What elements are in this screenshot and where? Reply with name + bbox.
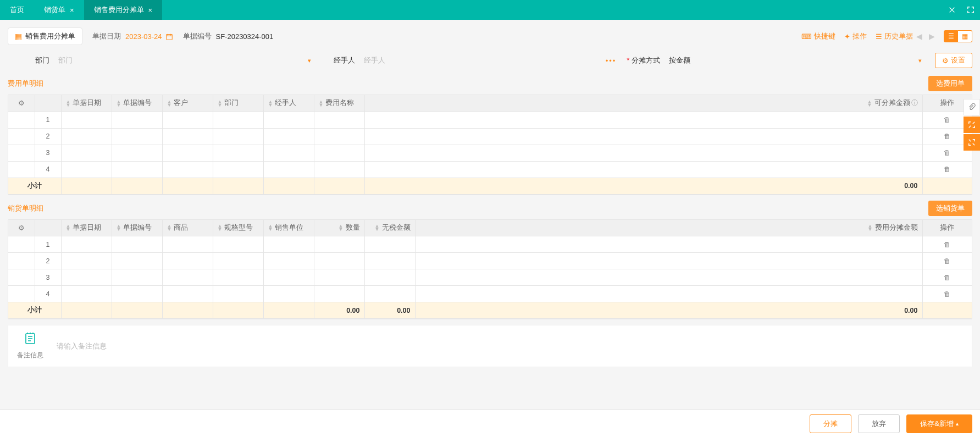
nav-prev-button[interactable]: ◀ bbox=[913, 32, 926, 41]
chevron-down-icon: ▾ bbox=[308, 57, 311, 64]
department-select[interactable]: 部门 ▾ bbox=[56, 53, 313, 68]
sales-table: ⚙ ▲▼单据日期 ▲▼单据编号 ▲▼商品 ▲▼规格型号 ▲▼销售单位 ▲▼数量 … bbox=[8, 219, 972, 320]
close-icon[interactable]: × bbox=[70, 6, 74, 14]
table-row[interactable]: 1🗑 bbox=[8, 236, 972, 253]
table-row[interactable]: 4🗑 bbox=[8, 161, 972, 178]
more-icon: ••• bbox=[606, 56, 617, 64]
remarks-label: 备注信息 bbox=[17, 351, 43, 360]
trash-icon[interactable]: 🗑 bbox=[944, 116, 951, 124]
chevron-down-icon: ▾ bbox=[918, 57, 922, 64]
expand-icon bbox=[968, 139, 976, 146]
col-header[interactable]: ▲▼单据日期 bbox=[61, 220, 112, 236]
col-header[interactable]: ▲▼单据编号 bbox=[112, 95, 162, 112]
tab-expense-allocation[interactable]: 销售费用分摊单× bbox=[84, 0, 163, 20]
remarks-box: 备注信息 bbox=[8, 325, 972, 367]
table-row[interactable]: 3🗑 bbox=[8, 145, 972, 161]
table-row[interactable]: 2🗑 bbox=[8, 253, 972, 269]
table-row[interactable]: 3🗑 bbox=[8, 269, 972, 286]
trash-icon[interactable]: 🗑 bbox=[944, 149, 951, 157]
expand-icon bbox=[968, 121, 976, 129]
keyboard-icon: ⌨ bbox=[801, 32, 812, 41]
col-header[interactable]: ▲▼经手人 bbox=[263, 95, 314, 112]
nav-next-button[interactable]: ▶ bbox=[926, 32, 938, 41]
history-icon: ☰ bbox=[876, 32, 882, 41]
trash-icon[interactable]: 🗑 bbox=[944, 274, 951, 281]
gear-icon[interactable]: ⚙ bbox=[18, 99, 25, 107]
fullscreen-icon bbox=[967, 6, 975, 14]
col-header[interactable]: ▲▼客户 bbox=[162, 95, 213, 112]
col-header[interactable]: ▲▼费用分摊金额 bbox=[415, 220, 922, 236]
view-list-button[interactable]: ☰ bbox=[944, 30, 958, 42]
subtotal-label: 小计 bbox=[8, 178, 61, 194]
handler-field: 经手人 经手人 ••• bbox=[313, 53, 619, 68]
view-toggle: ☰ ▦ bbox=[944, 30, 972, 42]
svg-rect-0 bbox=[166, 34, 172, 40]
trash-icon[interactable]: 🗑 bbox=[944, 290, 951, 298]
docno-label: 单据编号 bbox=[183, 31, 212, 41]
calendar-icon[interactable] bbox=[165, 32, 173, 41]
tab-home[interactable]: 首页 bbox=[0, 0, 34, 20]
close-icon bbox=[948, 6, 956, 14]
table-row[interactable]: 4🗑 bbox=[8, 286, 972, 302]
remarks-input[interactable] bbox=[57, 342, 963, 350]
handler-select[interactable]: 经手人 ••• bbox=[362, 53, 619, 68]
view-grid-button[interactable]: ▦ bbox=[958, 30, 972, 42]
actions-button[interactable]: ✦ 操作 bbox=[844, 31, 867, 41]
shortcut-button[interactable]: ⌨ 快捷键 bbox=[801, 31, 835, 41]
side-rail bbox=[964, 99, 980, 152]
trash-icon[interactable]: 🗑 bbox=[944, 165, 951, 173]
tab-bar: 首页 销货单× 销售费用分摊单× bbox=[0, 0, 980, 20]
subtotal-value: 0.00 bbox=[415, 302, 922, 319]
date-label: 单据日期 bbox=[92, 31, 121, 41]
sales-detail-section: 销货单明细 选销货单 ⚙ ▲▼单据日期 ▲▼单据编号 ▲▼商品 ▲▼规格型号 ▲… bbox=[0, 201, 980, 320]
pick-sales-button[interactable]: 选销货单 bbox=[928, 201, 972, 216]
subtotal-label: 小计 bbox=[8, 302, 61, 319]
docno-value: SF-20230324-001 bbox=[216, 32, 274, 41]
col-header[interactable]: ▲▼部门 bbox=[213, 95, 263, 112]
subtotal-amt: 0.00 bbox=[364, 302, 415, 319]
col-header[interactable]: ▲▼数量 bbox=[314, 220, 364, 236]
trash-icon[interactable]: 🗑 bbox=[944, 132, 951, 140]
help-icon[interactable]: ⓘ bbox=[911, 99, 918, 107]
wrench-icon: ✦ bbox=[844, 32, 850, 41]
history-button[interactable]: ☰ 历史单据 bbox=[876, 31, 913, 41]
expand-button-2[interactable] bbox=[964, 134, 980, 151]
document-header: ▦ 销售费用分摊单 单据日期 2023-03-24 单据编号 SF-202303… bbox=[8, 27, 972, 45]
col-header[interactable]: ▲▼单据编号 bbox=[112, 220, 162, 236]
col-header[interactable]: ▲▼规格型号 bbox=[213, 220, 263, 236]
col-header[interactable]: ▲▼销售单位 bbox=[263, 220, 314, 236]
attachment-button[interactable] bbox=[964, 99, 980, 115]
col-header[interactable]: ▲▼商品 bbox=[162, 220, 213, 236]
subtotal-value: 0.00 bbox=[364, 178, 922, 194]
department-field: 部门 部门 ▾ bbox=[8, 53, 313, 68]
col-header[interactable]: ▲▼单据日期 bbox=[61, 95, 112, 112]
trash-icon[interactable]: 🗑 bbox=[944, 241, 951, 248]
allocation-mode-field: *分摊方式 按金额 ▾ bbox=[618, 53, 924, 68]
expense-table: ⚙ ▲▼单据日期 ▲▼单据编号 ▲▼客户 ▲▼部门 ▲▼经手人 ▲▼费用名称 ▲… bbox=[8, 95, 972, 195]
tab-sales-order[interactable]: 销货单× bbox=[34, 0, 84, 20]
expand-button[interactable] bbox=[964, 117, 980, 133]
gear-icon: ⚙ bbox=[942, 57, 949, 65]
window-close-button[interactable] bbox=[943, 0, 961, 20]
document-icon: ▦ bbox=[15, 32, 22, 41]
date-value[interactable]: 2023-03-24 bbox=[125, 32, 162, 41]
col-header[interactable]: ▲▼可分摊金额ⓘ bbox=[364, 95, 922, 112]
allocation-mode-select[interactable]: 按金额 ▾ bbox=[667, 53, 924, 68]
table-row[interactable]: 2🗑 bbox=[8, 128, 972, 145]
document-title: 销售费用分摊单 bbox=[25, 31, 75, 41]
col-header[interactable]: ▲▼费用名称 bbox=[314, 95, 364, 112]
document-title-box: ▦ 销售费用分摊单 bbox=[8, 27, 82, 45]
paperclip-icon bbox=[968, 103, 976, 111]
window-fullscreen-button[interactable] bbox=[961, 0, 980, 20]
section-title: 费用单明细 bbox=[8, 79, 43, 88]
gear-icon[interactable]: ⚙ bbox=[18, 224, 25, 232]
table-row[interactable]: 1🗑 bbox=[8, 112, 972, 128]
col-header[interactable]: ▲▼无税金额 bbox=[364, 220, 415, 236]
pick-expense-button[interactable]: 选费用单 bbox=[928, 76, 972, 91]
note-icon bbox=[24, 332, 37, 349]
trash-icon[interactable]: 🗑 bbox=[944, 257, 951, 265]
close-icon[interactable]: × bbox=[148, 6, 153, 14]
expense-detail-section: 费用单明细 选费用单 ⚙ ▲▼单据日期 ▲▼单据编号 ▲▼客户 ▲▼部门 ▲▼经… bbox=[0, 76, 980, 195]
settings-button[interactable]: ⚙ 设置 bbox=[935, 53, 972, 68]
filter-row: 部门 部门 ▾ 经手人 经手人 ••• *分摊方式 按金额 ▾ ⚙ 设置 bbox=[0, 53, 980, 76]
